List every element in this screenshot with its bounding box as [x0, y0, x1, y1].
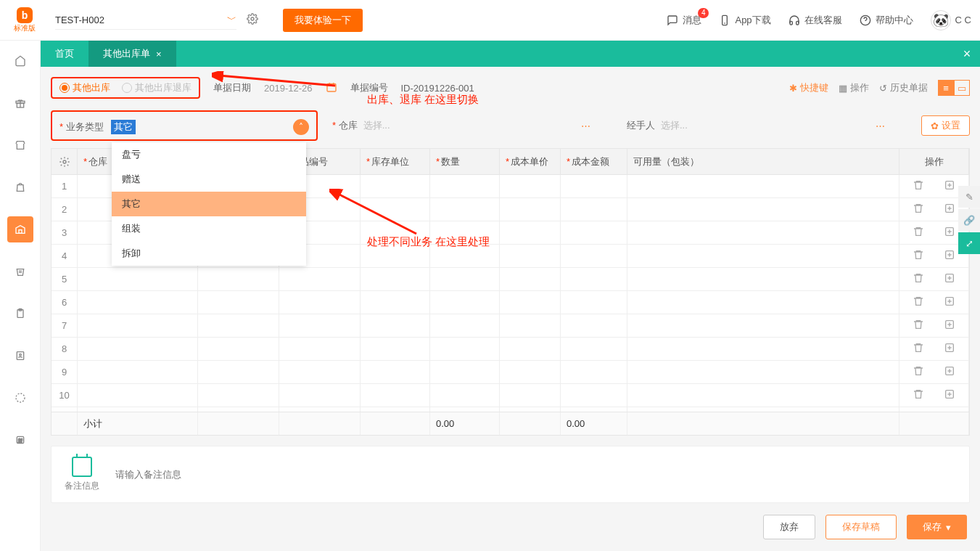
chevron-down-icon: ﹀	[227, 13, 236, 26]
messages-link[interactable]: 消息 4	[667, 14, 701, 27]
branch-value: TEST-H002	[55, 15, 104, 25]
headset-icon	[788, 15, 800, 26]
app-download-link[interactable]: App下载	[719, 14, 770, 27]
try-button[interactable]: 我要体验一下	[283, 9, 363, 32]
app-download-label: App下载	[735, 14, 770, 27]
help-label: 帮助中心	[876, 14, 913, 27]
top-right-nav: 消息 4 App下载 在线客服 帮助中心 🐼 C C	[667, 10, 971, 30]
avatar: 🐼	[931, 10, 951, 30]
gear-icon[interactable]	[247, 13, 258, 27]
messages-badge: 4	[698, 8, 709, 18]
user-menu[interactable]: 🐼 C C	[931, 10, 971, 30]
help-link[interactable]: 帮助中心	[860, 14, 913, 27]
svg-point-0	[251, 17, 254, 20]
logo-icon: b	[17, 7, 33, 23]
user-name: C C	[955, 15, 971, 25]
svg-rect-1	[722, 15, 728, 25]
topbar: b 标准版 TEST-H002 ﹀ 我要体验一下 消息 4 App下载 在线客服…	[0, 0, 980, 41]
message-icon	[667, 15, 678, 26]
logo: b 标准版	[9, 7, 41, 33]
branch-select[interactable]: TEST-H002 ﹀	[55, 10, 236, 30]
logo-text: 标准版	[14, 23, 36, 33]
phone-icon	[719, 15, 730, 26]
support-label: 在线客服	[804, 14, 842, 27]
support-link[interactable]: 在线客服	[788, 14, 842, 27]
help-icon	[860, 15, 871, 26]
